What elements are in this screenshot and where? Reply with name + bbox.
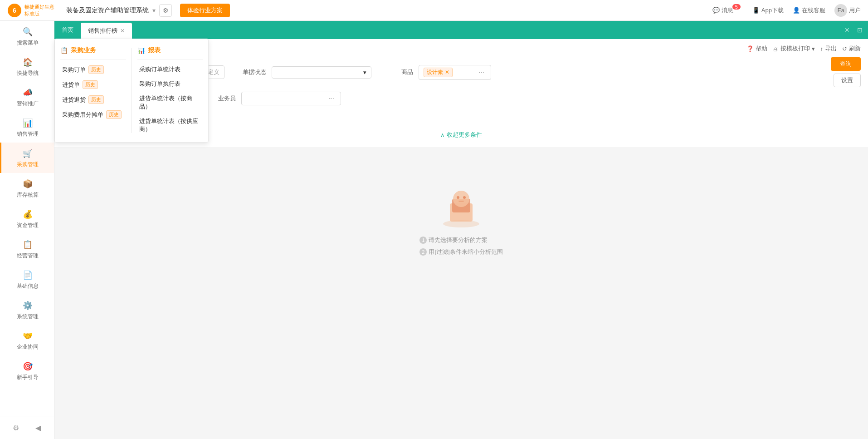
sidebar-item-system[interactable]: ⚙️ 系统管理 <box>0 295 54 325</box>
user-menu-button[interactable]: Ea 用户 <box>834 4 861 17</box>
status-select-arrow: ▾ <box>363 69 366 76</box>
export-icon: ↑ <box>820 45 824 52</box>
system-title-area: 装备及固定资产辅助管理系统 ▾ ⚙ 体验行业方案 <box>66 4 712 17</box>
sales-icon: 📊 <box>22 118 33 128</box>
window-maximize-icon[interactable]: ⊡ <box>857 26 863 34</box>
svg-point-5 <box>453 191 469 207</box>
incoming-stats-goods-item[interactable]: 进货单统计表（按商品） <box>137 91 203 114</box>
refresh-button[interactable]: ↺ 刷新 <box>842 44 861 53</box>
sidebar-bottom: ⚙ ◀ <box>0 416 54 439</box>
title-dropdown-icon[interactable]: ▾ <box>152 7 156 14</box>
purchase-return-item[interactable]: 进货退货 历史 <box>60 92 126 107</box>
purchase-order-stats-item[interactable]: 采购订单统计表 <box>137 62 203 77</box>
sidebar-item-basic-info[interactable]: 📄 基础信息 <box>0 264 54 295</box>
tab-close-icon[interactable]: ✕ <box>120 28 125 34</box>
system-settings-button[interactable]: ⚙ <box>159 4 172 17</box>
return-history: 历史 <box>88 95 104 104</box>
status-select[interactable]: ▾ <box>272 66 371 79</box>
sidebar-settings-button[interactable]: ⚙ <box>9 421 23 434</box>
sidebar-item-sales[interactable]: 📊 销售管理 <box>0 112 54 143</box>
home-icon: 🏠 <box>22 57 33 68</box>
app-download-button[interactable]: 📱 App下载 <box>752 6 784 15</box>
logo-icon: 6 <box>7 3 22 18</box>
salesman-select[interactable]: ··· <box>241 92 341 105</box>
svg-point-7 <box>463 196 466 199</box>
sidebar-item-operations[interactable]: 📋 经营管理 <box>0 234 54 264</box>
app-icon: 📱 <box>752 7 760 14</box>
sidebar-item-guide[interactable]: 🎯 新手引导 <box>0 355 54 386</box>
sidebar-item-purchase[interactable]: 🛒 采购管理 <box>0 143 54 173</box>
tab-home[interactable]: 首页 <box>54 21 81 39</box>
sidebar-item-enterprise[interactable]: 🤝 企业协同 <box>0 325 54 355</box>
operations-icon: 📋 <box>22 239 33 250</box>
svg-point-6 <box>457 196 459 199</box>
sidebar-item-inventory[interactable]: 📦 库存核算 <box>0 173 54 203</box>
online-service-button[interactable]: 👤 在线客服 <box>793 6 825 15</box>
tab-bar: 首页 销售排行榜 ✕ ✕ ⊡ <box>54 21 868 39</box>
purchase-column: 📋 采购业务 采购订单 历史 进货单 历史 进货退货 历史 采购费用分摊单 历史 <box>55 44 132 137</box>
service-icon: 👤 <box>793 7 800 14</box>
industry-solution-button[interactable]: 体验行业方案 <box>180 4 230 17</box>
incoming-stats-supplier-item[interactable]: 进货单统计表（按供应商） <box>137 114 203 137</box>
marketing-icon: 📣 <box>22 87 33 98</box>
purchase-order-history: 历史 <box>88 65 104 74</box>
help-icon: ❓ <box>746 45 754 52</box>
toolbar-right: ❓ 帮助 🖨 按模板打印 ▾ ↑ 导出 ↺ <box>746 44 861 53</box>
goods-dots[interactable]: ··· <box>477 68 486 76</box>
top-header: 6 畅捷通好生意 标准版 装备及固定资产辅助管理系统 ▾ ⚙ 体验行业方案 💬 … <box>0 0 868 21</box>
search-menu-icon: 🔍 <box>22 26 33 37</box>
purchase-order-exec-item[interactable]: 采购订单执行表 <box>137 77 203 91</box>
print-dropdown-icon[interactable]: ▾ <box>812 45 815 52</box>
sidebar-item-marketing[interactable]: 📣 营销推广 <box>0 82 54 112</box>
enterprise-icon: 🤝 <box>22 330 33 341</box>
purchase-order-item[interactable]: 采购订单 历史 <box>60 62 126 77</box>
report-section-title: 📊 报表 <box>137 44 203 59</box>
report-column: 📊 报表 采购订单统计表 采购订单执行表 进货单统计表（按商品） 进货单统计表（… <box>132 44 209 137</box>
collapse-icon: ∧ <box>440 132 445 138</box>
empty-illustration <box>434 185 488 231</box>
salesman-label: 业务员 <box>209 94 236 103</box>
refresh-icon: ↺ <box>842 45 847 52</box>
purchase-expense-item[interactable]: 采购费用分摊单 历史 <box>60 107 126 122</box>
step2-num: 2 <box>419 248 427 256</box>
print-button[interactable]: 🖨 按模板打印 ▾ <box>773 44 815 53</box>
print-icon: 🖨 <box>773 45 779 52</box>
empty-state: 1请先选择要分析的方案 2用[过滤]条件来缩小分析范围 <box>54 149 868 294</box>
purchase-section-title: 📋 采购业务 <box>60 44 126 59</box>
system-title-text: 装备及固定资产辅助管理系统 <box>66 6 149 15</box>
sidebar-item-nav[interactable]: 🏠 快捷导航 <box>0 51 54 82</box>
guide-icon: 🎯 <box>22 361 33 372</box>
purchase-dropdown-menu: 📋 采购业务 采购订单 历史 进货单 历史 进货退货 历史 采购费用分摊单 历史 <box>54 39 209 143</box>
logo-text: 畅捷通好生意 标准版 <box>24 4 54 17</box>
query-button[interactable]: 查询 <box>831 57 861 71</box>
step1-num: 1 <box>419 237 427 244</box>
window-close-icon[interactable]: ✕ <box>844 26 850 34</box>
report-section-icon: 📊 <box>137 47 145 54</box>
sidebar-collapse-button[interactable]: ◀ <box>31 421 45 434</box>
goods-select[interactable]: 设计素 ✕ ··· <box>419 65 491 80</box>
salesman-dots[interactable]: ··· <box>327 94 336 103</box>
goods-tag-close[interactable]: ✕ <box>445 69 449 75</box>
svg-text:6: 6 <box>13 7 16 14</box>
message-icon: 💬 <box>712 7 720 14</box>
messages-button[interactable]: 💬 消息 5 <box>712 6 743 15</box>
sidebar-item-search[interactable]: 🔍 搜索菜单 <box>0 21 54 51</box>
settings-button[interactable]: 设置 <box>834 74 861 87</box>
logo-area: 6 畅捷通好生意 标准版 <box>7 3 62 18</box>
expense-history: 历史 <box>106 110 122 119</box>
dropdown-columns: 📋 采购业务 采购订单 历史 进货单 历史 进货退货 历史 采购费用分摊单 历史 <box>55 44 208 137</box>
user-avatar: Ea <box>834 4 847 17</box>
messages-badge: 5 <box>732 4 741 10</box>
purchase-section-icon: 📋 <box>60 47 68 54</box>
purchase-incoming-item[interactable]: 进货单 历史 <box>60 77 126 92</box>
goods-tag: 设计素 ✕ <box>424 68 453 77</box>
basic-info-icon: 📄 <box>22 270 33 281</box>
status-label: 单据状态 <box>239 68 266 76</box>
help-button[interactable]: ❓ 帮助 <box>746 44 767 53</box>
tab-sales-ranking[interactable]: 销售排行榜 ✕ <box>81 23 132 39</box>
sidebar: 🔍 搜索菜单 🏠 快捷导航 📣 营销推广 📊 销售管理 🛒 采购管理 📦 库存核… <box>0 21 54 439</box>
empty-text: 1请先选择要分析的方案 2用[过滤]条件来缩小分析范围 <box>419 234 502 258</box>
sidebar-item-finance[interactable]: 💰 资金管理 <box>0 203 54 234</box>
export-button[interactable]: ↑ 导出 <box>820 44 837 53</box>
goods-label: 商品 <box>386 68 413 76</box>
